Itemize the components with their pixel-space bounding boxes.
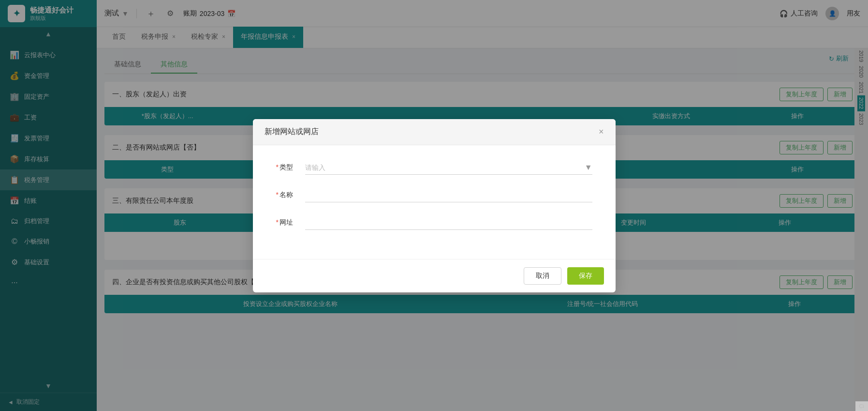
url-label: *网址 xyxy=(276,218,305,227)
modal-footer: 取消 保存 xyxy=(253,259,616,292)
required-asterisk3: * xyxy=(276,218,279,226)
name-input-wrap xyxy=(305,188,592,202)
form-field-url: *网址 xyxy=(276,216,592,230)
modal-title: 新增网站或网店 xyxy=(265,127,319,137)
modal-body: *类型 ▼ *名称 *网址 xyxy=(253,145,616,259)
modal-add-website: 新增网站或网店 × *类型 ▼ *名称 xyxy=(253,119,616,292)
form-field-name: *名称 xyxy=(276,188,592,202)
modal-overlay[interactable]: 新增网站或网店 × *类型 ▼ *名称 xyxy=(0,0,868,411)
type-input[interactable] xyxy=(305,161,592,174)
save-button[interactable]: 保存 xyxy=(567,267,604,285)
type-label: *类型 xyxy=(276,163,305,172)
name-label: *名称 xyxy=(276,191,305,199)
name-input[interactable] xyxy=(305,188,592,202)
required-asterisk: * xyxy=(276,163,279,171)
watermark: Ci xyxy=(855,401,868,411)
type-dropdown-arrow[interactable]: ▼ xyxy=(585,163,592,172)
cancel-button[interactable]: 取消 xyxy=(524,267,561,285)
form-field-type: *类型 ▼ xyxy=(276,161,592,175)
url-input[interactable] xyxy=(305,216,592,229)
modal-close-button[interactable]: × xyxy=(599,127,604,137)
type-input-wrap: ▼ xyxy=(305,161,592,175)
url-input-wrap xyxy=(305,216,592,230)
required-asterisk2: * xyxy=(276,191,279,198)
modal-header: 新增网站或网店 × xyxy=(253,119,616,145)
